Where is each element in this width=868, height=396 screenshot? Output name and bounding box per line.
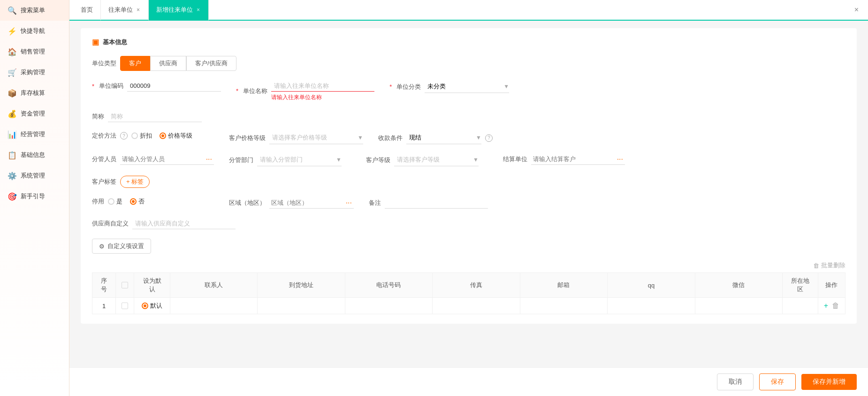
region-input[interactable] xyxy=(269,197,344,208)
cart-icon: 🛒 xyxy=(8,68,17,77)
customer-price-level-select[interactable]: 请选择客户价格等级 ▼ xyxy=(269,132,363,144)
col-check xyxy=(116,273,134,298)
region-label: 区域（地区） xyxy=(229,199,266,207)
sidebar-item-system[interactable]: ⚙️ 系统管理 xyxy=(0,165,69,186)
payment-help-icon[interactable]: ? xyxy=(485,134,493,142)
save-button[interactable]: 保存 xyxy=(759,373,796,390)
cell-address[interactable] xyxy=(258,298,345,314)
disabled-no[interactable]: 否 xyxy=(130,197,145,206)
sidebar-item-operations[interactable]: 📊 经营管理 xyxy=(0,124,69,145)
sidebar-item-basic-info[interactable]: 📋 基础信息 xyxy=(0,145,69,165)
region-dots-btn[interactable]: ··· xyxy=(344,199,354,207)
row-add-button[interactable]: + xyxy=(824,302,828,310)
pricing-level-radio[interactable] xyxy=(160,132,166,139)
alias-group: 简称 xyxy=(92,111,214,122)
batch-delete-label: 批量删除 xyxy=(821,261,845,270)
contact-input[interactable] xyxy=(176,303,252,310)
cell-contact[interactable] xyxy=(170,298,258,314)
customer-price-level-placeholder: 请选择客户价格等级 xyxy=(269,132,358,144)
tag-label: 客户标签 xyxy=(92,178,116,186)
beginner-icon: 🎯 xyxy=(8,192,17,201)
cell-seq: 1 xyxy=(92,298,116,314)
type-btn-both[interactable]: 客户/供应商 xyxy=(186,56,236,71)
select-all-checkbox[interactable] xyxy=(122,282,128,288)
unit-category-arrow: ▼ xyxy=(503,83,509,90)
row-delete-button[interactable]: 🗑 xyxy=(832,302,839,310)
manager-dots-btn[interactable]: ··· xyxy=(204,155,214,163)
disabled-radio-group: 是 否 xyxy=(108,197,145,206)
sidebar-item-inventory[interactable]: 📦 库存核算 xyxy=(0,83,69,103)
batch-delete-button[interactable]: 🗑 批量删除 xyxy=(813,261,845,270)
tab-home[interactable]: 首页 xyxy=(73,0,101,20)
cancel-button[interactable]: 取消 xyxy=(717,373,754,390)
cell-wechat[interactable] xyxy=(695,298,783,314)
email-input[interactable] xyxy=(526,303,602,310)
disabled-no-radio[interactable] xyxy=(130,198,137,205)
remark-input[interactable] xyxy=(385,197,488,209)
fax-input[interactable] xyxy=(438,303,514,310)
contact-table: 序号 设为默认 联系人 到货地址 电话号码 传真 邮箱 qq 微信 所在地区 操… xyxy=(92,272,845,314)
cell-phone[interactable] xyxy=(345,298,433,314)
department-arrow: ▼ xyxy=(336,156,342,163)
sidebar-item-quick-nav[interactable]: ⚡ 快捷导航 xyxy=(0,21,69,41)
tab-partners-close[interactable]: × xyxy=(136,7,141,13)
unit-name-input[interactable] xyxy=(271,80,374,92)
sidebar-item-sales[interactable]: 🏠 销售管理 xyxy=(0,41,69,62)
pricing-discount-radio[interactable] xyxy=(131,132,138,139)
pricing-discount[interactable]: 折扣 xyxy=(131,132,152,140)
disabled-label: 停用 xyxy=(92,197,104,206)
section-icon: ▣ xyxy=(92,38,99,47)
manager-input[interactable] xyxy=(120,154,204,164)
settlement-unit-dots-btn[interactable]: ··· xyxy=(615,155,625,163)
qq-input[interactable] xyxy=(613,303,689,310)
tag-row: 客户标签 + 标签 xyxy=(92,176,845,188)
address-input[interactable] xyxy=(263,303,339,310)
sidebar-item-purchase[interactable]: 🛒 采购管理 xyxy=(0,62,69,83)
customer-level-arrow: ▼ xyxy=(473,156,479,163)
tab-new-partner-label: 新增往来单位 xyxy=(156,6,193,14)
manager-input-wrapper: ··· xyxy=(120,154,214,165)
col-default: 设为默认 xyxy=(134,273,170,298)
customer-price-level-label: 客户价格等级 xyxy=(229,134,266,142)
disabled-group: 停用 是 否 xyxy=(92,197,214,206)
department-select[interactable]: 请输入分管部门 ▼ xyxy=(257,154,342,166)
payment-condition-select[interactable]: 现结 ▼ xyxy=(406,132,481,144)
unit-code-input[interactable] xyxy=(127,80,221,92)
tab-partners[interactable]: 往来单位 × xyxy=(101,0,149,20)
cell-qq[interactable] xyxy=(608,298,695,314)
supplier-custom-input[interactable] xyxy=(132,218,236,229)
disabled-yes[interactable]: 是 xyxy=(108,197,122,206)
pricing-level[interactable]: 价格等级 xyxy=(160,132,192,140)
type-btn-supplier[interactable]: 供应商 xyxy=(150,56,186,71)
tab-new-partner[interactable]: 新增往来单位 × xyxy=(149,0,209,20)
close-all-tabs[interactable]: × xyxy=(849,6,864,14)
region-input-wrapper: ··· xyxy=(269,197,354,209)
pricing-radio-group: 折扣 价格等级 xyxy=(131,132,192,140)
settlement-unit-input[interactable] xyxy=(531,154,615,164)
cell-fax[interactable] xyxy=(433,298,520,314)
type-btn-customer[interactable]: 客户 xyxy=(120,56,150,71)
alias-input[interactable] xyxy=(108,111,202,122)
pricing-help-icon[interactable]: ? xyxy=(120,132,128,140)
sidebar-item-finance[interactable]: 💰 资金管理 xyxy=(0,103,69,124)
alias-row: 简称 xyxy=(92,111,845,122)
unit-name-required: * xyxy=(236,87,238,94)
custom-settings-button[interactable]: ⚙ 自定义项设置 xyxy=(92,239,151,254)
sidebar-item-search[interactable]: 🔍 搜索菜单 xyxy=(0,0,69,21)
unit-category-select[interactable]: 未分类 ▼ xyxy=(425,80,509,93)
col-qq: qq xyxy=(608,273,695,298)
unit-name-label: 单位名称 xyxy=(243,87,267,95)
phone-input[interactable] xyxy=(351,303,427,310)
customer-level-select[interactable]: 请选择客户等级 ▼ xyxy=(394,154,479,166)
wechat-input[interactable] xyxy=(701,303,777,310)
disabled-yes-radio[interactable] xyxy=(108,198,114,205)
default-radio[interactable] xyxy=(142,303,148,309)
manager-row: 分管人员 ··· 分管部门 请输入分管部门 ▼ 客户等级 xyxy=(92,154,845,166)
cell-email[interactable] xyxy=(520,298,608,314)
tab-new-partner-close[interactable]: × xyxy=(196,7,201,13)
row-checkbox[interactable] xyxy=(122,303,128,309)
sidebar-item-label: 经营管理 xyxy=(21,130,45,139)
save-new-button[interactable]: 保存并新增 xyxy=(801,374,857,390)
sidebar-item-beginner[interactable]: 🎯 新手引导 xyxy=(0,186,69,207)
add-tag-button[interactable]: + 标签 xyxy=(120,176,150,188)
